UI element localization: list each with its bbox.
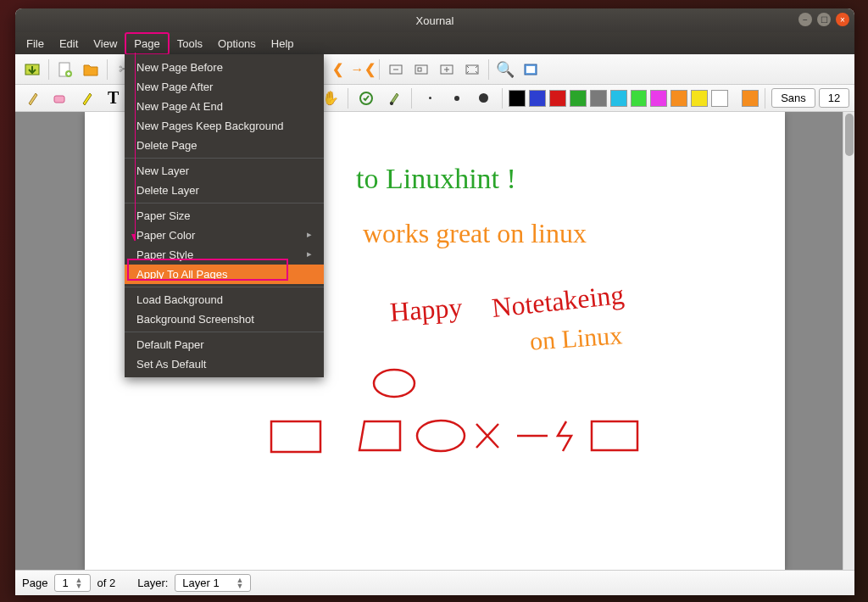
hand-text-3c: on Linux — [529, 321, 623, 356]
zoom-out-button[interactable] — [384, 58, 408, 81]
menubar: File Edit View Page Tools Options Help — [15, 32, 854, 54]
zoom-tool-button[interactable]: 🔍 — [493, 58, 517, 81]
layer-select[interactable]: Layer 1 ▲▼ — [175, 574, 251, 592]
menu-options[interactable]: Options — [210, 34, 264, 53]
menu-new-page-end[interactable]: New Page At End — [125, 97, 324, 116]
menu-paper-color[interactable]: Paper Color — [125, 226, 324, 245]
prev-page-button[interactable]: →❮ — [351, 58, 375, 81]
menu-keep-bg[interactable]: New Pages Keep Background — [125, 116, 324, 136]
menu-bg-screenshot[interactable]: Background Screenshot — [125, 309, 324, 329]
font-size[interactable]: 12 — [819, 88, 849, 108]
menu-divider — [125, 158, 324, 159]
page-dropdown-menu: New Page Before New Page After New Page … — [125, 54, 324, 377]
zoom-fit-button[interactable] — [460, 58, 484, 81]
color-gray[interactable] — [590, 90, 607, 107]
color-current[interactable] — [742, 90, 759, 107]
menu-edit[interactable]: Edit — [52, 34, 86, 53]
menu-divider — [125, 203, 324, 203]
open-button[interactable] — [79, 58, 103, 81]
menu-apply-all-pages[interactable]: Apply To All Pages — [125, 265, 324, 284]
statusbar: Page 1 ▲▼ of 2 Layer: Layer 1 ▲▼ — [15, 570, 854, 595]
titlebar: Xournal − ☐ × — [15, 8, 854, 32]
save-button[interactable] — [20, 58, 44, 81]
spin-arrows-icon[interactable]: ▲▼ — [236, 577, 243, 589]
font-selector[interactable]: Sans — [771, 88, 815, 108]
minimize-button[interactable]: − — [798, 13, 812, 26]
color-yellow[interactable] — [691, 90, 708, 107]
menu-set-default[interactable]: Set As Default — [125, 354, 324, 374]
app-title: Xournal — [416, 14, 454, 27]
menu-view[interactable]: View — [86, 34, 125, 53]
color-blue[interactable] — [529, 90, 546, 107]
hand-text-3a: Happy — [389, 292, 464, 328]
color-red[interactable] — [549, 90, 566, 107]
scrollbar-vertical[interactable] — [843, 112, 854, 570]
menu-paper-size[interactable]: Paper Size — [125, 206, 324, 226]
svg-rect-14 — [271, 421, 320, 452]
svg-rect-9 — [526, 66, 535, 73]
page-of: of 2 — [97, 577, 116, 589]
menu-delete-page[interactable]: Delete Page — [125, 136, 324, 155]
svg-rect-10 — [54, 96, 64, 103]
annotation-arrow-icon — [131, 53, 136, 241]
layer-label: Layer: — [137, 577, 168, 589]
spin-arrows-icon[interactable]: ▲▼ — [75, 577, 83, 589]
thickness-thick[interactable] — [472, 86, 496, 110]
color-lime[interactable] — [631, 90, 648, 107]
maximize-button[interactable]: ☐ — [817, 13, 831, 26]
scrollbar-thumb[interactable] — [845, 114, 854, 156]
color-white[interactable] — [711, 90, 728, 107]
menu-delete-layer[interactable]: Delete Layer — [125, 181, 324, 200]
svg-point-13 — [374, 370, 415, 397]
svg-point-12 — [390, 102, 393, 105]
menu-paper-style[interactable]: Paper Style — [125, 245, 324, 265]
svg-point-15 — [417, 421, 465, 451]
menu-file[interactable]: File — [19, 34, 52, 53]
color-black[interactable] — [509, 90, 526, 107]
hand-shapes — [263, 366, 670, 468]
menu-new-page-before[interactable]: New Page Before — [125, 58, 324, 77]
eraser-tool[interactable] — [47, 86, 71, 110]
hand-text-2: works great on linux — [363, 218, 587, 249]
highlighter-tool[interactable] — [75, 86, 98, 110]
thickness-thin[interactable] — [418, 86, 442, 110]
svg-rect-16 — [592, 421, 637, 450]
text-tool[interactable]: T — [102, 86, 125, 110]
menu-divider — [125, 332, 324, 332]
color-orange[interactable] — [670, 90, 687, 107]
page-number-spin[interactable]: 1 ▲▼ — [54, 574, 90, 592]
menu-tools[interactable]: Tools — [170, 34, 210, 53]
close-button[interactable]: × — [836, 13, 849, 26]
shape-tool[interactable] — [381, 86, 405, 110]
default-tool[interactable] — [354, 86, 378, 110]
menu-default-paper[interactable]: Default Paper — [125, 335, 324, 354]
hand-text-3b: Notetakeing — [490, 279, 625, 324]
window-controls: − ☐ × — [798, 13, 849, 26]
menu-new-page-after[interactable]: New Page After — [125, 77, 324, 97]
pen-tool[interactable] — [20, 86, 44, 110]
first-page-button[interactable]: ❮ — [326, 58, 349, 81]
color-cyan[interactable] — [610, 90, 627, 107]
new-file-button[interactable] — [53, 58, 77, 81]
page-label: Page — [22, 577, 47, 589]
zoom-in-button[interactable] — [435, 58, 459, 81]
color-magenta[interactable] — [650, 90, 667, 107]
menu-new-layer[interactable]: New Layer — [125, 161, 324, 181]
svg-rect-5 — [418, 68, 421, 71]
color-green[interactable] — [570, 90, 587, 107]
menu-help[interactable]: Help — [264, 34, 302, 53]
menu-divider — [125, 287, 324, 287]
thickness-med[interactable] — [445, 86, 469, 110]
zoom-reset-button[interactable] — [409, 58, 433, 81]
svg-marker-18 — [131, 234, 136, 241]
hand-text-1: to Linuxhint ! — [356, 163, 516, 195]
fullscreen-button[interactable] — [519, 58, 542, 81]
menu-load-bg[interactable]: Load Background — [125, 290, 324, 309]
menu-page[interactable]: Page — [125, 32, 169, 55]
